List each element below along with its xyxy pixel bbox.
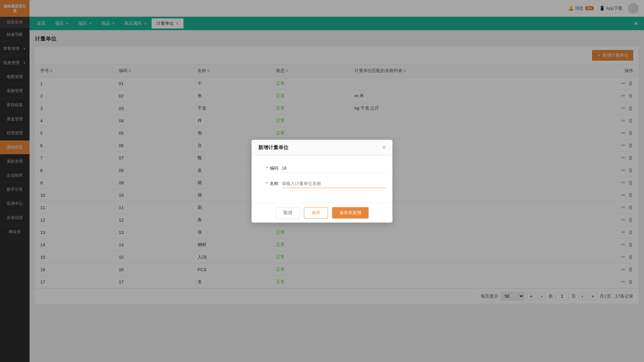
save-new-button[interactable]: 保存并新增 bbox=[332, 207, 369, 219]
required-mark: * bbox=[266, 181, 268, 186]
modal-body: * 编码 * 名称 bbox=[252, 156, 392, 203]
modal-header: 新增计量单位 × bbox=[252, 140, 392, 156]
name-input[interactable] bbox=[282, 179, 386, 188]
form-row-code: * 编码 bbox=[258, 164, 386, 173]
code-input[interactable] bbox=[282, 164, 386, 173]
modal-overlay: 新增计量单位 × * 编码 * 名称 取消 保存 保存并新增 bbox=[0, 0, 644, 362]
modal-footer: 取消 保存 保存并新增 bbox=[252, 203, 392, 223]
cancel-button[interactable]: 取消 bbox=[276, 207, 300, 219]
modal-close-button[interactable]: × bbox=[382, 144, 386, 150]
code-label: * 编码 bbox=[258, 165, 278, 171]
modal-add-unit: 新增计量单位 × * 编码 * 名称 取消 保存 保存并新增 bbox=[252, 140, 392, 223]
required-mark: * bbox=[266, 166, 268, 171]
save-button[interactable]: 保存 bbox=[304, 207, 328, 219]
name-label: * 名称 bbox=[258, 181, 278, 187]
modal-title: 新增计量单位 bbox=[258, 144, 288, 151]
form-row-name: * 名称 bbox=[258, 179, 386, 188]
